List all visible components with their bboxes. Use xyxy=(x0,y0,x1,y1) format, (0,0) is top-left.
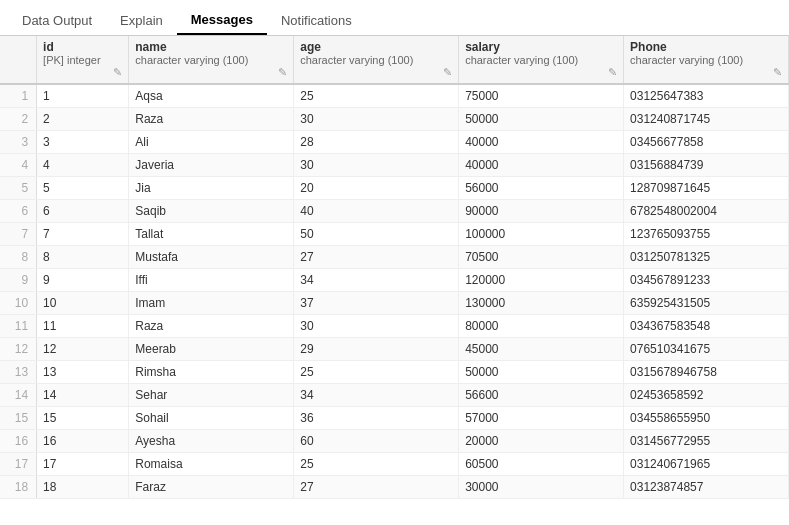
row-number: 5 xyxy=(0,177,37,200)
cell-id: 12 xyxy=(37,338,129,361)
tab-explain[interactable]: Explain xyxy=(106,6,177,35)
cell-phone: 128709871645 xyxy=(624,177,789,200)
cell-name: Aqsa xyxy=(129,84,294,108)
cell-age: 28 xyxy=(294,131,459,154)
cell-phone: 03123874857 xyxy=(624,476,789,499)
row-number: 15 xyxy=(0,407,37,430)
table-row: 14 14 Sehar 34 56600 02453658592 xyxy=(0,384,789,407)
cell-salary: 50000 xyxy=(459,108,624,131)
cell-phone: 6782548002004 xyxy=(624,200,789,223)
cell-name: Raza xyxy=(129,108,294,131)
cell-age: 30 xyxy=(294,108,459,131)
table-header-row: id [PK] integer ✎ name character varying… xyxy=(0,36,789,84)
row-number: 3 xyxy=(0,131,37,154)
edit-icon-salary[interactable]: ✎ xyxy=(608,66,617,79)
cell-salary: 100000 xyxy=(459,223,624,246)
cell-name: Sohail xyxy=(129,407,294,430)
cell-salary: 40000 xyxy=(459,131,624,154)
cell-age: 25 xyxy=(294,84,459,108)
tab-notifications[interactable]: Notifications xyxy=(267,6,366,35)
cell-name: Sehar xyxy=(129,384,294,407)
table-row: 12 12 Meerab 29 45000 076510341675 xyxy=(0,338,789,361)
cell-id: 4 xyxy=(37,154,129,177)
table-row: 15 15 Sohail 36 57000 034558655950 xyxy=(0,407,789,430)
cell-age: 30 xyxy=(294,315,459,338)
cell-salary: 30000 xyxy=(459,476,624,499)
cell-salary: 56000 xyxy=(459,177,624,200)
cell-age: 27 xyxy=(294,246,459,269)
edit-icon-age[interactable]: ✎ xyxy=(443,66,452,79)
cell-phone: 02453658592 xyxy=(624,384,789,407)
cell-id: 6 xyxy=(37,200,129,223)
cell-salary: 90000 xyxy=(459,200,624,223)
cell-id: 17 xyxy=(37,453,129,476)
col-header-phone: Phone character varying (100) ✎ xyxy=(624,36,789,84)
cell-id: 5 xyxy=(37,177,129,200)
tab-messages[interactable]: Messages xyxy=(177,6,267,35)
cell-salary: 130000 xyxy=(459,292,624,315)
cell-age: 37 xyxy=(294,292,459,315)
table-row: 4 4 Javeria 30 40000 03156884739 xyxy=(0,154,789,177)
cell-phone: 031240871745 xyxy=(624,108,789,131)
cell-age: 20 xyxy=(294,177,459,200)
cell-phone: 031240671965 xyxy=(624,453,789,476)
table-row: 10 10 Imam 37 130000 635925431505 xyxy=(0,292,789,315)
cell-id: 10 xyxy=(37,292,129,315)
cell-age: 60 xyxy=(294,430,459,453)
table-row: 11 11 Raza 30 80000 034367583548 xyxy=(0,315,789,338)
row-number: 16 xyxy=(0,430,37,453)
cell-name: Imam xyxy=(129,292,294,315)
tab-data-output[interactable]: Data Output xyxy=(8,6,106,35)
cell-phone: 635925431505 xyxy=(624,292,789,315)
cell-name: Rimsha xyxy=(129,361,294,384)
row-number: 6 xyxy=(0,200,37,223)
row-number: 2 xyxy=(0,108,37,131)
edit-icon-phone[interactable]: ✎ xyxy=(773,66,782,79)
cell-id: 11 xyxy=(37,315,129,338)
cell-salary: 40000 xyxy=(459,154,624,177)
cell-salary: 57000 xyxy=(459,407,624,430)
edit-icon-id[interactable]: ✎ xyxy=(113,66,122,79)
cell-salary: 20000 xyxy=(459,430,624,453)
cell-id: 8 xyxy=(37,246,129,269)
tabs-bar: Data Output Explain Messages Notificatio… xyxy=(0,0,789,36)
cell-id: 16 xyxy=(37,430,129,453)
cell-id: 1 xyxy=(37,84,129,108)
cell-phone: 123765093755 xyxy=(624,223,789,246)
cell-name: Iffi xyxy=(129,269,294,292)
cell-phone: 076510341675 xyxy=(624,338,789,361)
cell-salary: 60500 xyxy=(459,453,624,476)
data-table: id [PK] integer ✎ name character varying… xyxy=(0,36,789,499)
cell-id: 2 xyxy=(37,108,129,131)
table-row: 8 8 Mustafa 27 70500 031250781325 xyxy=(0,246,789,269)
col-header-name: name character varying (100) ✎ xyxy=(129,36,294,84)
table-row: 3 3 Ali 28 40000 03456677858 xyxy=(0,131,789,154)
table-row: 9 9 Iffi 34 120000 034567891233 xyxy=(0,269,789,292)
edit-icon-name[interactable]: ✎ xyxy=(278,66,287,79)
cell-phone: 034367583548 xyxy=(624,315,789,338)
cell-phone: 03156884739 xyxy=(624,154,789,177)
cell-name: Ali xyxy=(129,131,294,154)
cell-age: 34 xyxy=(294,269,459,292)
cell-name: Raza xyxy=(129,315,294,338)
col-header-salary: salary character varying (100) ✎ xyxy=(459,36,624,84)
cell-phone: 03456677858 xyxy=(624,131,789,154)
cell-phone: 03125647383 xyxy=(624,84,789,108)
cell-id: 9 xyxy=(37,269,129,292)
row-number: 4 xyxy=(0,154,37,177)
data-table-container: id [PK] integer ✎ name character varying… xyxy=(0,36,789,499)
row-number: 17 xyxy=(0,453,37,476)
cell-age: 34 xyxy=(294,384,459,407)
table-row: 5 5 Jia 20 56000 128709871645 xyxy=(0,177,789,200)
cell-age: 50 xyxy=(294,223,459,246)
cell-id: 7 xyxy=(37,223,129,246)
row-number: 7 xyxy=(0,223,37,246)
row-number: 8 xyxy=(0,246,37,269)
cell-age: 25 xyxy=(294,361,459,384)
cell-salary: 120000 xyxy=(459,269,624,292)
cell-phone: 031250781325 xyxy=(624,246,789,269)
table-row: 13 13 Rimsha 25 50000 0315678946758 xyxy=(0,361,789,384)
table-row: 7 7 Tallat 50 100000 123765093755 xyxy=(0,223,789,246)
cell-salary: 45000 xyxy=(459,338,624,361)
cell-id: 3 xyxy=(37,131,129,154)
